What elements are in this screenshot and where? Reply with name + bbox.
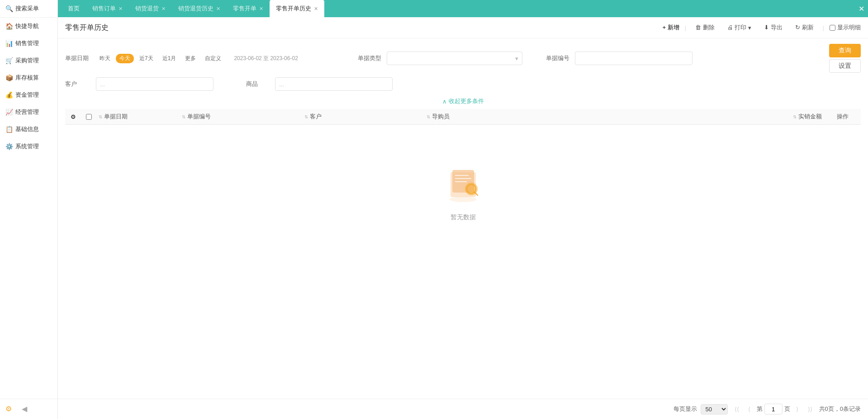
tab-sales-return-history[interactable]: 销货退货历史 ✕ — [172, 0, 227, 17]
product-label: 商品 — [246, 80, 271, 88]
table-settings-icon[interactable]: ⚙ — [71, 113, 76, 120]
page-next-btn[interactable]: ⟩ — [792, 404, 803, 414]
table-wrapper: ⚙ ⇅ 单据日期 ⇅ 单据编号 ⇅ 客户 — [65, 109, 861, 258]
sidebar-item-operation[interactable]: 📈 经营管理 — [0, 104, 57, 121]
tab-retail-open-history[interactable]: 零售开单历史 ✕ — [270, 0, 324, 17]
show-detail-toggle[interactable]: 显示明细 — [830, 24, 861, 32]
empty-illustration — [441, 161, 486, 206]
home-icon: 🏠 — [5, 23, 13, 30]
doc-no-label: 单据编号 — [546, 54, 571, 62]
sidebar-item-finance[interactable]: 💰 资金管理 — [0, 86, 57, 104]
tab-sales-order-label: 销售订单 — [92, 5, 116, 13]
tab-home-label: 首页 — [68, 5, 80, 13]
per-page-label: 每页显示 — [674, 405, 697, 413]
sidebar-item-system-mgmt[interactable]: ⚙️ 系统管理 — [0, 138, 57, 155]
th-no-label: 单据编号 — [187, 113, 211, 121]
page-prev-btn[interactable]: ⟨ — [744, 404, 755, 414]
doc-type-select[interactable]: ▾ — [387, 52, 522, 65]
sidebar-item-quick-nav[interactable]: 🏠 快捷导航 — [0, 18, 57, 35]
page-number-input[interactable]: 1 — [764, 404, 783, 414]
th-date[interactable]: ⇅ 单据日期 — [96, 113, 179, 121]
doc-no-input[interactable] — [575, 52, 693, 65]
doc-type-label: 单据类型 — [358, 54, 383, 62]
tab-close-icon[interactable]: ✕ — [161, 6, 166, 12]
sort-icon: ⇅ — [793, 114, 797, 119]
tab-sales-order[interactable]: 销售订单 ✕ — [86, 0, 129, 17]
th-customer-label: 客户 — [310, 113, 322, 121]
customer-select[interactable]: ... — [96, 77, 213, 91]
sidebar-item-sales-mgmt[interactable]: 📊 销售管理 — [0, 35, 57, 52]
page-last-btn[interactable]: ⟩⟩ — [805, 404, 816, 414]
collapse-icon: ∧ — [442, 98, 447, 105]
date-filter-label: 单据日期 — [65, 54, 90, 62]
tab-close-icon[interactable]: ✕ — [119, 6, 123, 12]
query-button[interactable]: 查询 — [829, 44, 861, 57]
filter-collapse-btn[interactable]: ∧ 收起更多条件 — [65, 95, 861, 109]
date-pill-last7[interactable]: 近7天 — [136, 54, 157, 63]
th-no[interactable]: ⇅ 单据编号 — [179, 113, 302, 121]
pagination-total: 共0页，0条记录 — [819, 405, 861, 413]
tabbar-close-icon[interactable]: ✕ — [859, 5, 864, 13]
operation-icon: 📈 — [5, 108, 13, 116]
sidebar-item-label: 资金管理 — [15, 91, 39, 99]
date-pill-custom[interactable]: 自定义 — [201, 54, 225, 63]
tab-home[interactable]: 首页 — [62, 0, 86, 17]
show-detail-checkbox[interactable] — [830, 25, 835, 31]
tab-close-icon[interactable]: ✕ — [259, 6, 263, 12]
per-page-select[interactable]: 50 100 200 — [701, 404, 728, 414]
print-button[interactable]: 🖨 打印 ▾ — [724, 22, 755, 33]
th-salesperson-label: 导购员 — [432, 113, 450, 121]
refresh-button[interactable]: ↻ 刷新 — [792, 22, 817, 33]
new-button-label: + 新增 — [663, 24, 679, 32]
filter-action-btns: 查询 设置 — [829, 44, 861, 73]
sidebar-bottom: ⚙ ◀ — [0, 399, 57, 419]
export-button[interactable]: ⬇ 导出 — [760, 22, 786, 33]
filter-settings-button[interactable]: 设置 — [829, 59, 861, 73]
finance-icon: 💰 — [5, 91, 13, 99]
filter-row-2: 客户 ... 商品 ... — [65, 77, 861, 91]
th-amount[interactable]: ⇅ 实销金额 — [741, 113, 825, 121]
th-salesperson[interactable]: ⇅ 导购员 — [424, 113, 507, 121]
th-date-label: 单据日期 — [104, 113, 128, 121]
collapse-sidebar-icon[interactable]: ◀ — [22, 405, 31, 414]
delete-button[interactable]: 🗑 删除 — [692, 22, 718, 33]
sidebar-item-basic-info[interactable]: 📋 基础信息 — [0, 121, 57, 138]
sidebar-item-label: 采购管理 — [15, 56, 39, 65]
th-settings[interactable]: ⚙ — [65, 113, 81, 120]
product-ellipsis: ... — [279, 81, 284, 88]
tab-close-icon[interactable]: ✕ — [216, 6, 220, 12]
page-first-btn[interactable]: ⟨⟨ — [731, 404, 742, 414]
date-pill-last-month[interactable]: 近1月 — [159, 54, 180, 63]
sidebar-item-inventory[interactable]: 📦 库存核算 — [0, 69, 57, 86]
filter-area: 单据日期 昨天 今天 近7天 近1月 更多 自定义 2023-06-02 至 2… — [58, 38, 868, 109]
th-amount-label: 实销金额 — [798, 113, 822, 121]
inventory-icon: 📦 — [5, 74, 13, 81]
sidebar-item-purchase-mgmt[interactable]: 🛒 采购管理 — [0, 52, 57, 69]
tab-sales-return-label: 销货退货 — [135, 5, 159, 13]
main-content: 首页 销售订单 ✕ 销货退货 ✕ 销货退货历史 ✕ 零售开单 ✕ 零售开单历史 … — [58, 0, 868, 419]
pagination-nav: ⟨⟨ ⟨ 第 1 页 ⟩ ⟩⟩ — [731, 404, 816, 414]
settings-bottom-icon[interactable]: ⚙ — [5, 405, 14, 414]
sidebar-search[interactable]: 🔍 搜索采单 — [0, 0, 57, 18]
new-button[interactable]: + 新增 — [663, 24, 679, 32]
customer-ellipsis: ... — [100, 81, 105, 88]
th-customer[interactable]: ⇅ 客户 — [302, 113, 424, 121]
sidebar-item-label: 快捷导航 — [15, 22, 39, 30]
export-button-label: ⬇ 导出 — [764, 24, 783, 32]
sidebar-item-label: 库存核算 — [15, 74, 39, 82]
select-all-checkbox[interactable] — [86, 114, 92, 120]
customer-label: 客户 — [65, 80, 90, 88]
refresh-button-label: ↻ 刷新 — [795, 24, 814, 32]
table-header: ⚙ ⇅ 单据日期 ⇅ 单据编号 ⇅ 客户 — [65, 109, 861, 125]
product-select[interactable]: ... — [275, 77, 393, 91]
tab-retail-open[interactable]: 零售开单 ✕ — [227, 0, 270, 17]
date-pill-more[interactable]: 更多 — [181, 54, 199, 63]
sidebar-search-label: 搜索采单 — [15, 5, 39, 13]
tab-close-icon[interactable]: ✕ — [314, 6, 318, 12]
date-pill-yesterday[interactable]: 昨天 — [96, 54, 114, 63]
th-checkbox[interactable] — [81, 114, 96, 120]
date-pill-today[interactable]: 今天 — [116, 54, 134, 63]
print-dropdown-icon: ▾ — [748, 24, 751, 31]
tab-sales-return[interactable]: 销货退货 ✕ — [129, 0, 172, 17]
basic-icon: 📋 — [5, 126, 13, 133]
